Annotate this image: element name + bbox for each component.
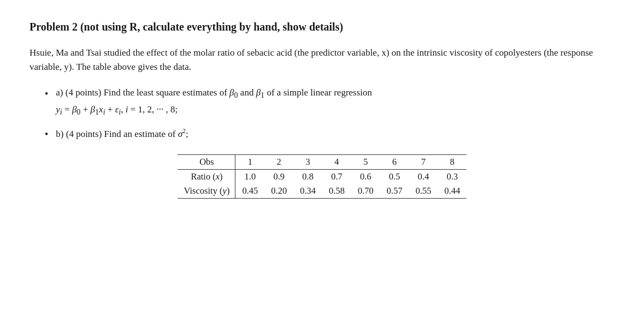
ratio-5: 0.6 [351, 170, 380, 184]
viscosity-5: 0.70 [351, 184, 380, 199]
viscosity-7: 0.55 [409, 184, 438, 199]
viscosity-6: 0.57 [380, 184, 409, 199]
col-header-2: 2 [264, 155, 293, 170]
col-header-obs: Obs [178, 155, 235, 170]
problem-title: Problem 2 (not using R, calculate everyt… [29, 20, 615, 34]
viscosity-2: 0.20 [264, 184, 293, 199]
bullet-dot-b: • [45, 127, 48, 142]
ratio-7: 0.4 [409, 170, 438, 184]
ratio-row-label: Ratio (x) [178, 170, 235, 184]
part-a-content: a) (4 points) Find the least square esti… [56, 86, 615, 119]
parts-list: • a) (4 points) Find the least square es… [45, 86, 615, 143]
viscosity-row: Viscosity (y) 0.45 0.20 0.34 0.58 0.70 0… [178, 184, 467, 199]
col-header-3: 3 [293, 155, 322, 170]
part-a-item: • a) (4 points) Find the least square es… [45, 86, 615, 119]
table-wrapper: Obs 1 2 3 4 5 6 7 8 Ratio (x) 1.0 0.9 0.… [29, 154, 615, 199]
viscosity-3: 0.34 [293, 184, 322, 199]
data-table: Obs 1 2 3 4 5 6 7 8 Ratio (x) 1.0 0.9 0.… [178, 154, 467, 199]
part-b-item: • b) (4 points) Find an estimate of σ2; [45, 126, 615, 142]
part-a-equation: yi = β0 + β1xi + εi, i = 1, 2, ··· , 8; [56, 103, 615, 118]
col-header-5: 5 [351, 155, 380, 170]
part-a-label: a) (4 points) Find the least square esti… [56, 87, 372, 98]
ratio-4: 0.7 [322, 170, 351, 184]
col-header-7: 7 [409, 155, 438, 170]
col-header-4: 4 [322, 155, 351, 170]
bullet-dot-a: • [45, 87, 48, 102]
part-b-label: b) (4 points) Find an estimate of σ2; [56, 129, 188, 139]
viscosity-4: 0.58 [322, 184, 351, 199]
viscosity-row-label: Viscosity (y) [178, 184, 235, 199]
ratio-8: 0.3 [438, 170, 467, 184]
table-header-row: Obs 1 2 3 4 5 6 7 8 [178, 155, 467, 170]
ratio-2: 0.9 [264, 170, 293, 184]
ratio-6: 0.5 [380, 170, 409, 184]
ratio-3: 0.8 [293, 170, 322, 184]
viscosity-8: 0.44 [438, 184, 467, 199]
viscosity-1: 0.45 [235, 184, 264, 199]
col-header-6: 6 [380, 155, 409, 170]
col-header-8: 8 [438, 155, 467, 170]
page-container: Problem 2 (not using R, calculate everyt… [29, 20, 615, 199]
col-header-1: 1 [235, 155, 264, 170]
part-b-content: b) (4 points) Find an estimate of σ2; [56, 126, 615, 141]
ratio-1: 1.0 [235, 170, 264, 184]
intro-paragraph: Hsuie, Ma and Tsai studied the effect of… [29, 46, 615, 75]
ratio-row: Ratio (x) 1.0 0.9 0.8 0.7 0.6 0.5 0.4 0.… [178, 170, 467, 184]
